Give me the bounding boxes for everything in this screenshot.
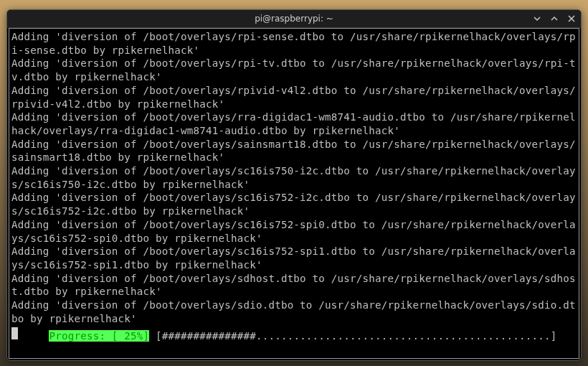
progress-line: Progress: [ 25%] [###############.......… — [11, 316, 563, 356]
terminal-line: Adding 'diversion of /boot/overlays/sc16… — [11, 191, 577, 217]
terminal-output: Adding 'diversion of /boot/overlays/rpi-… — [11, 30, 577, 325]
window-title: pi@raspberrypi: ~ — [255, 14, 333, 24]
terminal-line: Adding 'diversion of /boot/overlays/rra-… — [11, 111, 577, 137]
progress-bar: [###############........................… — [149, 330, 563, 342]
maximize-button[interactable] — [548, 12, 561, 25]
progress-label: Progress: [ 25%] — [49, 330, 149, 342]
minimize-button[interactable] — [531, 12, 544, 25]
terminal-line: Adding 'diversion of /boot/overlays/rpi-… — [11, 30, 577, 57]
terminal-viewport[interactable]: Adding 'diversion of /boot/overlays/rpi-… — [9, 28, 579, 359]
terminal-line: Adding 'diversion of /boot/overlays/sc16… — [11, 218, 577, 245]
terminal-line: Adding 'diversion of /boot/overlays/sc16… — [11, 164, 577, 191]
terminal-line: Adding 'diversion of /boot/overlays/rpiv… — [11, 84, 577, 111]
terminal-line: Adding 'diversion of /boot/overlays/sdho… — [11, 272, 577, 299]
terminal-line: Adding 'diversion of /boot/overlays/sc16… — [11, 245, 577, 271]
terminal-line: Adding 'diversion of /boot/overlays/sain… — [11, 138, 577, 164]
terminal-line: Adding 'diversion of /boot/overlays/rpi-… — [11, 57, 577, 83]
window-controls — [531, 10, 578, 27]
terminal-window: pi@raspberrypi: ~ Adding 'diversion of /… — [6, 9, 582, 361]
close-button[interactable] — [565, 12, 578, 25]
titlebar[interactable]: pi@raspberrypi: ~ — [7, 10, 581, 28]
